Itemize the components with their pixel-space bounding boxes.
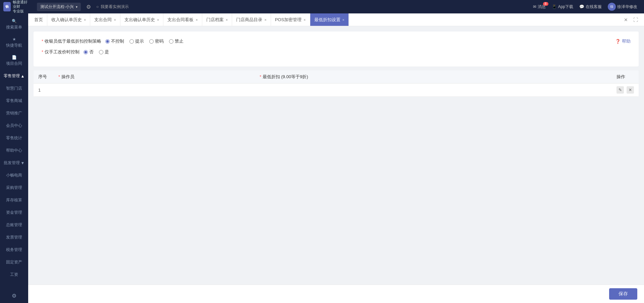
tab-min-discount-close-icon[interactable]: × — [342, 18, 344, 22]
sidebar-item-purchase[interactable]: 采购管理 — [0, 182, 28, 194]
retail-stats-label: 零售统计 — [6, 135, 22, 141]
radio-password-label: 密码 — [155, 38, 164, 44]
edit-button[interactable]: ✎ — [616, 86, 624, 94]
app-download-button[interactable]: 📱 App下载 — [552, 4, 573, 10]
sidebar: 🔍 搜索菜单 ★ 快捷导航 📄 项目合同 零售管理 ▲ 智慧门店 零售商城 营销… — [0, 13, 28, 303]
radio-yes-input[interactable] — [99, 50, 103, 54]
tab-store-archive[interactable]: 门店档案 × — [202, 13, 232, 26]
tab-pos-encryption[interactable]: POS加密管理 × — [271, 13, 310, 26]
sidebar-item-quicknav[interactable]: ★ 快捷导航 — [0, 34, 28, 52]
demo-text: 我要看实例演示 — [101, 4, 129, 10]
sidebar-item-inventory[interactable]: 库存核算 — [0, 194, 28, 206]
radio-forbid[interactable]: 禁止 — [169, 38, 183, 44]
save-button[interactable]: 保存 — [609, 288, 637, 300]
sidebar-item-member[interactable]: 会员中心 — [0, 119, 28, 132]
cell-actions: ✎ ✕ — [612, 84, 639, 97]
assets-label: 固定资产 — [6, 259, 22, 265]
radio-prompt[interactable]: 提示 — [129, 38, 144, 44]
tab-income-history-label: 收入确认单历史 — [51, 17, 82, 23]
tab-income-history[interactable]: 收入确认单历史 × — [47, 13, 90, 26]
project-selector[interactable]: 测试分开流程-小兴 ▾ — [37, 3, 81, 11]
sidebar-item-retail[interactable]: 零售管理 ▲ — [0, 70, 28, 82]
tab-expense-contract-close-icon[interactable]: × — [114, 18, 116, 22]
col-action: 操作 — [612, 70, 639, 84]
form-row-discount-strategy: 收银员低于最低折扣控制策略 不控制 提示 密码 — [42, 38, 631, 44]
sidebar-gear-icon[interactable]: ⚙ — [0, 289, 28, 303]
tab-store-catalog-close-icon[interactable]: × — [264, 18, 266, 22]
radio-yes[interactable]: 是 — [99, 49, 109, 55]
content-area: 首页 收入确认单历史 × 支出合同 × 支出确认单历史 × 支出合同看板 × 门… — [28, 13, 644, 303]
tab-expense-board-close-icon[interactable]: × — [196, 18, 198, 22]
salary-label: 工资 — [10, 272, 18, 277]
tab-pos-encryption-close-icon[interactable]: × — [304, 18, 306, 22]
wholesale-arrow-icon: ▼ — [21, 161, 25, 165]
page-content: 收银员低于最低折扣控制策略 不控制 提示 密码 — [28, 26, 644, 285]
sidebar-item-retail-stats[interactable]: 零售统计 — [0, 132, 28, 144]
tab-expand-btn[interactable]: ⛶ — [632, 16, 639, 23]
tax-label: 税务管理 — [6, 247, 22, 253]
radio-password[interactable]: 密码 — [149, 38, 164, 44]
message-badge: 8 — [543, 2, 548, 6]
table-wrapper: 序号 操作员 最低折扣 (9.00等于9折) 操作 1 — [34, 70, 639, 97]
wholesale-label: 批发管理 — [4, 160, 20, 166]
radio-no-input[interactable] — [84, 50, 88, 54]
sidebar-item-ledger[interactable]: 总账管理 — [0, 219, 28, 231]
user-menu[interactable]: 徐 徐泽华修改 — [608, 3, 637, 11]
invoice-label: 发票管理 — [6, 235, 22, 240]
tab-expense-history[interactable]: 支出确认单历史 × — [120, 13, 163, 26]
col-operator: 操作员 — [54, 70, 255, 84]
radio-no-control-input[interactable] — [105, 39, 110, 44]
logo-icon: 畅 — [3, 2, 11, 11]
sidebar-item-smart-store[interactable]: 智慧门店 — [0, 82, 28, 95]
radio-no[interactable]: 否 — [84, 49, 94, 55]
tab-home-label: 首页 — [34, 17, 43, 23]
ecommerce-label: 小畅电商 — [6, 172, 22, 178]
sidebar-item-assets[interactable]: 固定资产 — [0, 256, 28, 268]
demo-icon: ○ — [96, 4, 99, 9]
discount-strategy-label: 收银员低于最低折扣控制策略 — [42, 38, 101, 44]
sidebar-item-salary[interactable]: 工资 — [0, 268, 28, 281]
radio-prompt-label: 提示 — [135, 38, 144, 44]
tab-bar: 首页 收入确认单历史 × 支出合同 × 支出确认单历史 × 支出合同看板 × 门… — [28, 13, 644, 26]
help-link[interactable]: ❓ 帮助 — [615, 38, 631, 44]
radio-password-input[interactable] — [149, 39, 154, 44]
help-icon: ❓ — [615, 39, 621, 44]
sidebar-item-finance[interactable]: 资金管理 — [0, 206, 28, 219]
app-download-label: App下载 — [558, 4, 573, 10]
sidebar-item-tax[interactable]: 税务管理 — [0, 244, 28, 256]
sidebar-item-invoice[interactable]: 发票管理 — [0, 231, 28, 244]
online-service-button[interactable]: 💬 在线客服 — [579, 4, 602, 10]
radio-forbid-input[interactable] — [169, 39, 173, 44]
topbar: 畅 畅捷通好业财 专业版 测试分开流程-小兴 ▾ ⚙ ○ 我要看实例演示 ✉ 消… — [0, 0, 644, 13]
radio-no-label: 否 — [89, 49, 94, 55]
settings-icon[interactable]: ⚙ — [86, 4, 91, 10]
sidebar-item-wholesale[interactable]: 批发管理 ▼ — [0, 157, 28, 169]
purchase-label: 采购管理 — [6, 185, 22, 191]
tab-store-catalog-label: 门店商品目录 — [236, 17, 262, 23]
sidebar-item-search[interactable]: 🔍 搜索菜单 — [0, 15, 28, 34]
radio-prompt-input[interactable] — [129, 39, 134, 44]
sidebar-item-help[interactable]: 帮助中心 — [0, 144, 28, 157]
tab-min-discount[interactable]: 最低折扣设置 × — [310, 13, 349, 26]
sidebar-item-marketing[interactable]: 营销推广 — [0, 107, 28, 119]
tab-expense-board[interactable]: 支出合同看板 × — [163, 13, 202, 26]
sidebar-item-ecommerce[interactable]: 小畅电商 — [0, 169, 28, 182]
save-bar: 保存 — [28, 285, 644, 303]
sidebar-item-label: 项目合同 — [6, 61, 22, 66]
tab-expense-history-close-icon[interactable]: × — [157, 18, 159, 22]
smart-store-label: 智慧门店 — [6, 86, 22, 91]
sidebar-item-contract[interactable]: 📄 项目合同 — [0, 52, 28, 70]
radio-no-control[interactable]: 不控制 — [105, 38, 124, 44]
message-button[interactable]: ✉ 消息 8 — [533, 4, 546, 10]
tab-income-history-close-icon[interactable]: × — [84, 18, 86, 22]
logo-text: 畅捷通好业财 专业版 — [13, 0, 30, 13]
demo-link[interactable]: ○ 我要看实例演示 — [96, 4, 129, 10]
manual-price-label: 仅手工改价时控制 — [42, 49, 79, 55]
sidebar-item-retail-mall[interactable]: 零售商城 — [0, 95, 28, 107]
tab-store-catalog[interactable]: 门店商品目录 × — [232, 13, 271, 26]
tab-expense-contract[interactable]: 支出合同 × — [90, 13, 120, 26]
tab-home[interactable]: 首页 — [30, 13, 47, 26]
tab-store-archive-close-icon[interactable]: × — [226, 18, 228, 22]
tab-close-btn[interactable]: ✕ — [623, 16, 629, 23]
delete-button[interactable]: ✕ — [627, 86, 634, 94]
